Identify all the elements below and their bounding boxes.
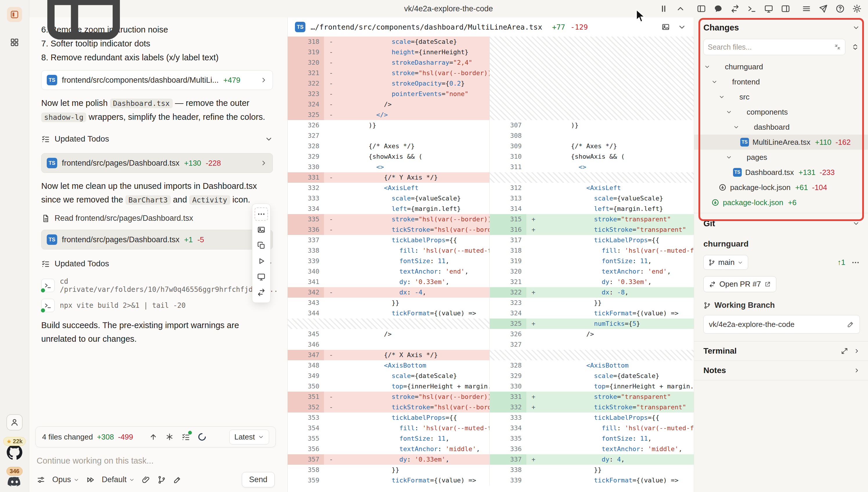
ts-file-icon: TS [295,22,305,32]
run-button[interactable] [255,254,268,268]
more-button[interactable] [255,207,268,221]
open-pr-button[interactable]: Open PR #7 [703,276,776,292]
copy-button[interactable] [255,239,268,252]
preview-button[interactable] [255,270,268,284]
line-number: 330 [490,381,526,392]
scroll-top-icon[interactable] [149,433,158,441]
tree-row-src[interactable]: src [694,89,868,104]
diff-line: 323 }} [489,298,694,308]
diff-sign: - [324,214,346,224]
latest-dropdown[interactable]: Latest [229,429,269,444]
tree-row-package-lock-json[interactable]: package-lock.json+6 [694,195,868,210]
workspaces-button[interactable] [7,35,22,49]
diff-line: 324- /> [287,99,489,110]
line-number: 312 [490,183,526,193]
line-number: 354 [287,423,324,434]
files-changed-bar[interactable]: 4 files changed +308 -499 Latest [36,426,276,447]
working-branch-input[interactable]: vk/4e2a-explore-the-code [703,315,860,334]
diff-row: 341 dy: '0.33em',321 dy: '0.33em', [287,277,694,287]
terminal-icon[interactable] [747,4,756,13]
git-compare-icon[interactable] [730,4,740,13]
git-header[interactable]: Git [694,213,868,232]
chip-additions: +1 [184,235,193,244]
diff-sign: - [324,454,346,465]
line-number: 313 [490,193,526,204]
pen-icon[interactable] [173,475,182,484]
code-text: {/* Y Axis */} [346,172,489,183]
tree-row-frontend[interactable]: frontend [694,74,868,89]
assistant-paragraph: Now let me clean up the unused imports i… [41,179,273,207]
fast-forward-icon[interactable] [86,475,95,484]
edit-pencil-icon[interactable] [847,321,854,328]
changes-header[interactable]: Changes [694,18,868,36]
help-icon[interactable] [836,4,845,13]
inline-code: Dashboard.tsx [110,99,173,108]
app-logo-button[interactable] [7,7,22,22]
collapse-all-button[interactable] [849,41,861,53]
diff-sign [324,308,346,319]
attach-icon[interactable] [142,475,150,484]
read-file-row[interactable]: Read frontend/src/pages/Dashboard.tsx [41,214,273,223]
code-text: tickStroke="transparent" [548,402,694,413]
pause-icon[interactable] [659,4,668,13]
branch-selector[interactable]: main [703,255,748,270]
file-change-chip[interactable]: TSfrontend/src/pages/Dashboard.tsx+1-5 [41,230,273,249]
expand-icon[interactable] [841,347,848,355]
diff-line: 309 {/* Axes */} [489,141,694,151]
diff-line: 343 }} [287,298,489,308]
mode-dropdown[interactable]: Default [102,475,135,484]
line-number: 338 [287,245,324,256]
chat-bottom: 4 files changed +308 -499 Latest Continu… [29,426,287,492]
diff-line: 327 [489,339,694,350]
github-link[interactable]: 22k [3,437,26,460]
snapshot-icon[interactable] [661,23,670,31]
diff-button[interactable] [255,286,268,299]
deletions-count: -499 [118,433,133,442]
diff-line: 313 scale={valueScale} [489,193,694,204]
code-text: scale={dateScale} [346,36,489,47]
search-input[interactable]: Search files... [703,39,845,55]
file-name: package-lock.json [730,183,791,192]
window-layout-icon[interactable] [40,0,127,52]
code-text: dy: 4, [548,454,694,465]
discord-link[interactable]: 346 [6,467,23,490]
branch-icon [703,302,711,309]
terminal-command-row[interactable]: npx vite build 2>&1 | tail -20 [41,299,273,312]
tree-row-churnguard[interactable]: churnguard [694,59,868,74]
tree-row-dashboard[interactable]: dashboard [694,120,868,134]
panel-right-icon[interactable] [781,4,790,13]
account-button[interactable] [6,414,23,430]
chat-bubble-icon[interactable] [713,4,723,13]
updated-todos-row[interactable]: Updated Todos [41,130,273,147]
diff-line: 328 <AxisBottom [489,360,694,371]
chevron-down-icon[interactable] [678,23,686,31]
todos-icon[interactable] [182,433,190,441]
tree-row-package-lock-json[interactable]: package-lock.json+61-104 [694,180,868,195]
send-button[interactable]: Send [242,472,275,487]
terminal-section[interactable]: Terminal [694,341,868,361]
terminal-command-row[interactable]: cd /private/var/folders/10/h7w0q46556ggr… [41,277,273,294]
more-dots-icon[interactable] [851,258,860,267]
menu-icon[interactable] [802,4,811,13]
collapse-icon[interactable] [676,4,685,13]
burst-icon[interactable] [165,433,174,441]
notes-section[interactable]: Notes [694,361,868,380]
tree-row-pages[interactable]: pages [694,150,868,165]
settings-gear-icon[interactable] [852,4,862,13]
file-change-chip[interactable]: TSfrontend/src/pages/Dashboard.tsx+130-2… [41,153,273,173]
tree-row-multilinearea-tsx[interactable]: TSMultiLineArea.tsx+110-162 [694,134,868,150]
branch-icon[interactable] [157,475,166,484]
share-icon[interactable] [819,4,828,13]
chat-input[interactable]: Continue working on this task... [36,447,276,468]
updated-todos-row[interactable]: Updated Todos [41,255,273,272]
collapse-panel-icon[interactable] [834,44,841,50]
file-change-chip[interactable]: TSfrontend/src/components/dashboard/Mult… [41,70,273,90]
panel-left-icon[interactable] [697,4,706,13]
monitor-icon[interactable] [764,4,773,13]
tree-row-components[interactable]: components [694,104,868,120]
model-dropdown[interactable]: Opus [52,475,79,484]
sliders-icon[interactable] [37,475,45,484]
ahead-count: ↑1 [838,258,845,267]
screenshot-button[interactable] [255,223,268,237]
tree-row-dashboard-tsx[interactable]: TSDashboard.tsx+131-233 [694,165,868,180]
